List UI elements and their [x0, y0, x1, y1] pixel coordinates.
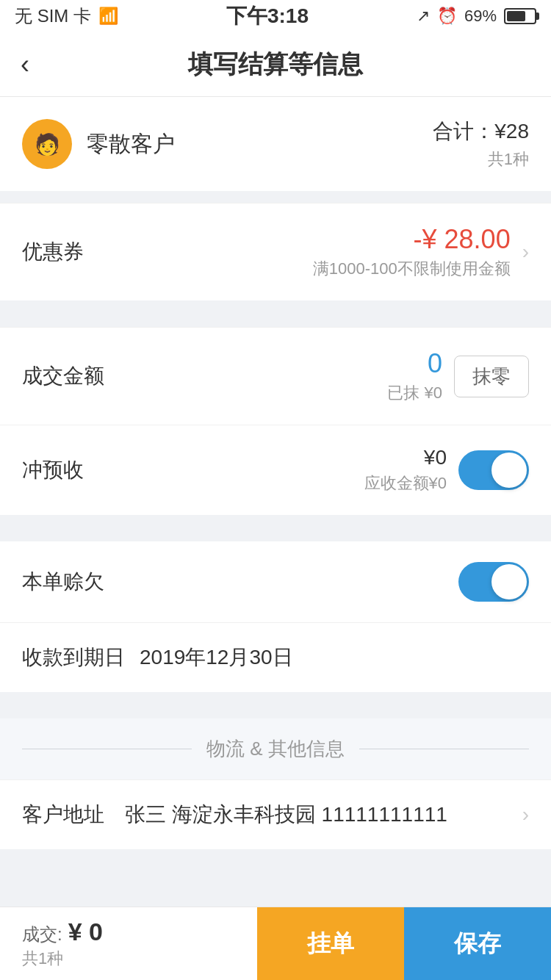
location-icon: ↗ — [417, 7, 430, 26]
due-date-row: 收款到期日 2019年12月30日 — [0, 622, 551, 692]
debt-row: 本单赊欠 — [0, 541, 551, 622]
total-count: 共1种 — [433, 148, 529, 170]
prepayment-value-area: ¥0 应收金额¥0 — [364, 446, 447, 494]
deal-amount-label: 成交金额 — [22, 362, 104, 390]
nav-bar: ‹ 填写结算等信息 — [0, 32, 551, 97]
customer-row: 🧑 零散客户 合计：¥28 共1种 — [0, 97, 551, 191]
logistics-divider: 物流 & 其他信息 — [0, 718, 551, 779]
deal-amount-section: 成交金额 0 已抹 ¥0 抹零 冲预收 ¥0 应收金额¥0 — [0, 327, 551, 515]
battery-text: 69% — [464, 7, 497, 26]
customer-section: 🧑 零散客户 合计：¥28 共1种 — [0, 97, 551, 191]
prepayment-right: ¥0 应收金额¥0 — [364, 446, 529, 494]
customer-total: 合计：¥28 共1种 — [433, 118, 529, 170]
bottom-count: 共1种 — [22, 948, 235, 970]
status-right: ↗ ⏰ 69% — [417, 7, 536, 26]
address-row[interactable]: 客户地址 张三 海淀永丰科技园 11111111111 › — [0, 779, 551, 849]
prepayment-toggle[interactable] — [458, 450, 529, 490]
customer-name: 零散客户 — [87, 129, 175, 159]
wifi-icon: 📶 — [98, 7, 118, 26]
address-section: 客户地址 张三 海淀永丰科技园 11111111111 › — [0, 779, 551, 849]
carrier-text: 无 SIM 卡 — [15, 4, 91, 28]
customer-avatar: 🧑 — [22, 119, 72, 169]
battery-icon — [504, 8, 536, 24]
deal-amount-value: 0 — [387, 348, 442, 379]
prepayment-label: 冲预收 — [22, 456, 84, 484]
coupon-value-area: -¥ 28.00 满1000-100不限制使用金额 — [313, 224, 511, 280]
section-divider-3 — [0, 704, 551, 718]
deal-amount-row: 成交金额 0 已抹 ¥0 抹零 — [0, 327, 551, 425]
deal-amount-value-area: 0 已抹 ¥0 — [387, 348, 442, 404]
page-title: 填写结算等信息 — [188, 48, 363, 82]
hold-button[interactable]: 挂单 — [257, 907, 404, 981]
coupon-right: -¥ 28.00 满1000-100不限制使用金额 › — [313, 224, 529, 280]
debt-toggle-knob — [491, 564, 527, 599]
avatar-icon: 🧑 — [35, 132, 60, 156]
coupon-label: 优惠券 — [22, 238, 84, 266]
save-button[interactable]: 保存 — [404, 907, 551, 981]
due-date-label: 收款到期日 — [22, 644, 125, 671]
section-divider-2 — [0, 527, 551, 541]
alarm-icon: ⏰ — [437, 7, 457, 26]
debt-right — [458, 562, 529, 602]
section-divider-1 — [0, 312, 551, 327]
deal-deducted: 已抹 ¥0 — [387, 382, 442, 404]
coupon-condition: 满1000-100不限制使用金额 — [313, 258, 511, 280]
debt-toggle[interactable] — [458, 562, 529, 602]
coupon-section[interactable]: 优惠券 -¥ 28.00 满1000-100不限制使用金额 › — [0, 203, 551, 300]
address-chevron-icon: › — [522, 803, 529, 826]
prepayment-amount: ¥0 — [364, 446, 447, 469]
bottom-total-area: 成交: ¥ 0 共1种 — [0, 918, 257, 970]
prepayment-row: 冲预收 ¥0 应收金额¥0 — [0, 425, 551, 515]
prepayment-receivable: 应收金额¥0 — [364, 472, 447, 494]
logistics-line-right — [359, 749, 529, 749]
bottom-deal-label: 成交: — [22, 923, 62, 946]
bottom-deal-value: ¥ 0 — [68, 918, 103, 946]
back-button[interactable]: ‹ — [21, 49, 29, 80]
status-time: 下午3:18 — [226, 2, 309, 30]
total-amount: 合计：¥28 — [433, 118, 529, 145]
prepayment-toggle-knob — [491, 453, 527, 488]
customer-left: 🧑 零散客户 — [22, 119, 175, 169]
bottom-bar: 成交: ¥ 0 共1种 挂单 保存 — [0, 907, 551, 980]
deal-amount-right: 0 已抹 ¥0 抹零 — [387, 348, 529, 404]
logistics-label: 物流 & 其他信息 — [206, 736, 345, 762]
address-value: 张三 海淀永丰科技园 11111111111 — [125, 801, 522, 829]
due-date-value: 2019年12月30日 — [140, 644, 293, 671]
round-zero-button[interactable]: 抹零 — [454, 356, 529, 397]
status-bar: 无 SIM 卡 📶 下午3:18 ↗ ⏰ 69% — [0, 0, 551, 32]
status-left: 无 SIM 卡 📶 — [15, 4, 118, 28]
address-label: 客户地址 — [22, 801, 110, 829]
coupon-discount: -¥ 28.00 — [313, 224, 511, 255]
coupon-chevron-icon: › — [522, 240, 529, 264]
coupon-row[interactable]: 优惠券 -¥ 28.00 满1000-100不限制使用金额 › — [0, 203, 551, 300]
debt-label: 本单赊欠 — [22, 568, 104, 596]
logistics-line-left — [22, 749, 192, 749]
debt-section: 本单赊欠 收款到期日 2019年12月30日 — [0, 541, 551, 692]
